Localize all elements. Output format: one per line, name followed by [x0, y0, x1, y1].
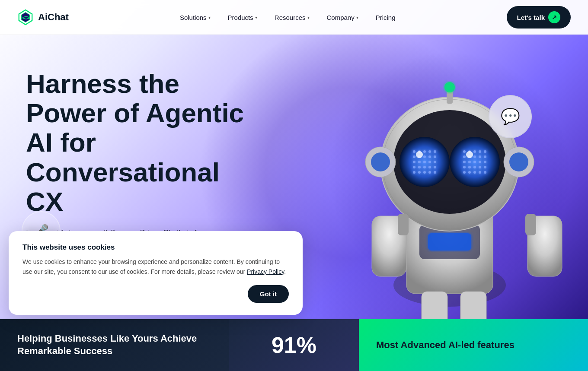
hero-title: Harness the Power of Agentic AI for Conv… — [26, 69, 259, 216]
svg-point-55 — [463, 166, 466, 168]
svg-point-48 — [479, 155, 481, 158]
bottom-right-text: Most Advanced AI-led features — [376, 339, 514, 352]
svg-rect-72 — [398, 214, 409, 235]
svg-point-33 — [413, 171, 415, 174]
bottom-stat-panel: 91% — [229, 319, 359, 371]
chat-badge: 💬 — [489, 95, 532, 138]
svg-point-54 — [484, 161, 486, 163]
svg-point-50 — [463, 161, 466, 163]
hero-section: Harness the Power of Agentic AI for Conv… — [0, 0, 588, 371]
nav-cta-button[interactable]: Let's talk ↗ — [507, 6, 571, 29]
svg-point-43 — [479, 150, 481, 153]
svg-point-27 — [434, 161, 436, 163]
svg-rect-7 — [428, 233, 471, 251]
svg-point-16 — [428, 150, 431, 153]
svg-point-36 — [428, 171, 431, 174]
svg-point-59 — [484, 166, 486, 168]
chevron-down-icon: ▾ — [307, 15, 310, 20]
svg-point-65 — [466, 151, 473, 158]
svg-point-40 — [463, 150, 466, 153]
nav-item-pricing[interactable]: Pricing — [369, 10, 403, 25]
svg-point-18 — [413, 155, 415, 158]
nav-item-solutions[interactable]: Solutions ▾ — [173, 10, 217, 25]
chat-icon: 💬 — [501, 108, 520, 126]
svg-point-28 — [413, 166, 415, 168]
stat-number: 91% — [272, 334, 316, 356]
svg-rect-73 — [525, 214, 536, 235]
nav-links: Solutions ▾ Products ▾ Resources ▾ Compa… — [173, 10, 403, 25]
svg-rect-78 — [447, 91, 453, 104]
svg-point-58 — [479, 166, 481, 168]
svg-point-38 — [416, 151, 423, 158]
svg-point-25 — [423, 161, 426, 163]
svg-point-42 — [473, 150, 476, 153]
bottom-left-panel: Helping Businesses Like Yours Achieve Re… — [0, 319, 229, 371]
svg-point-32 — [434, 166, 436, 168]
svg-point-62 — [473, 171, 476, 174]
logo-icon: <> — [17, 9, 34, 25]
navbar: <> AiChat Solutions ▾ Products ▾ Resourc… — [0, 0, 588, 35]
svg-point-51 — [468, 161, 471, 163]
svg-point-29 — [418, 166, 421, 168]
cookie-accept-button[interactable]: Got it — [248, 285, 289, 303]
svg-point-26 — [428, 161, 431, 163]
svg-point-53 — [479, 161, 481, 163]
robot-illustration — [294, 35, 575, 328]
bottom-bar: Helping Businesses Like Yours Achieve Re… — [0, 319, 588, 371]
chevron-down-icon: ▾ — [255, 15, 257, 20]
svg-point-35 — [423, 171, 426, 174]
brand-name: AiChat — [38, 12, 69, 23]
svg-point-34 — [418, 171, 421, 174]
nav-item-products[interactable]: Products ▾ — [221, 10, 264, 25]
svg-point-15 — [423, 150, 426, 153]
svg-point-13 — [413, 150, 415, 153]
cookie-title: This website uses cookies — [22, 243, 289, 252]
chevron-down-icon: ▾ — [208, 15, 211, 20]
svg-point-69 — [509, 152, 528, 171]
svg-point-60 — [463, 171, 466, 174]
svg-point-64 — [484, 171, 486, 174]
cookie-body: We use cookies to enhance your browsing … — [22, 257, 289, 276]
svg-point-57 — [473, 166, 476, 168]
arrow-icon: ↗ — [548, 11, 560, 23]
svg-point-23 — [413, 161, 415, 163]
svg-point-52 — [473, 161, 476, 163]
svg-point-44 — [484, 150, 486, 153]
svg-point-31 — [428, 166, 431, 168]
svg-point-30 — [423, 166, 426, 168]
svg-point-24 — [418, 161, 421, 163]
nav-item-resources[interactable]: Resources ▾ — [268, 10, 316, 25]
svg-point-47 — [473, 155, 476, 158]
svg-point-20 — [423, 155, 426, 158]
nav-item-company[interactable]: Company ▾ — [320, 10, 365, 25]
svg-text:<>: <> — [22, 14, 30, 21]
svg-point-79 — [444, 82, 455, 92]
svg-point-22 — [434, 155, 436, 158]
svg-point-45 — [463, 155, 466, 158]
svg-point-63 — [479, 171, 481, 174]
svg-point-61 — [468, 171, 471, 174]
chevron-down-icon: ▾ — [356, 15, 358, 20]
svg-point-37 — [434, 171, 436, 174]
svg-point-49 — [484, 155, 486, 158]
svg-point-56 — [468, 166, 471, 168]
svg-point-21 — [428, 155, 431, 158]
cookie-banner: This website uses cookies We use cookies… — [9, 231, 303, 315]
logo[interactable]: <> AiChat — [17, 9, 69, 25]
bottom-left-text: Helping Businesses Like Yours Achieve Re… — [17, 333, 212, 357]
svg-point-17 — [434, 150, 436, 153]
svg-point-67 — [371, 152, 390, 171]
bottom-right-panel: Most Advanced AI-led features — [359, 319, 588, 371]
privacy-policy-link[interactable]: Privacy Policy — [247, 268, 284, 275]
